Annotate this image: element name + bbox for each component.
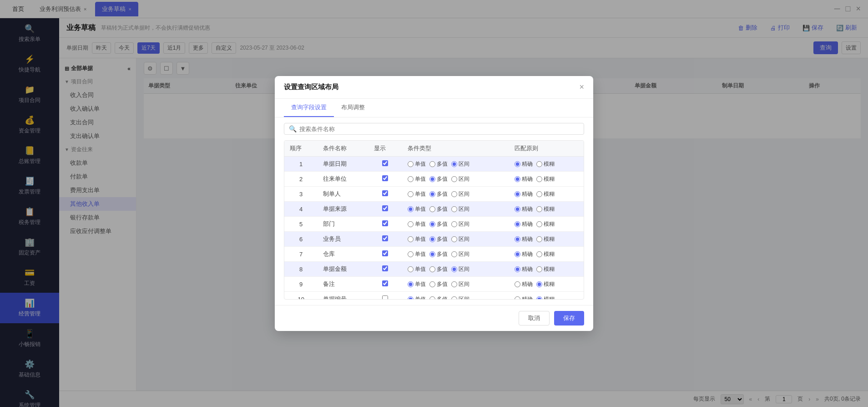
cond-type-option[interactable]: 区间 [451, 295, 469, 300]
cond-type-option[interactable]: 多值 [429, 265, 448, 273]
match-rule-option[interactable]: 模糊 [536, 205, 555, 213]
display-checkbox[interactable] [382, 295, 388, 300]
cell-name: 仓库 [318, 247, 368, 262]
match-rule-option[interactable]: 模糊 [536, 190, 555, 198]
cell-name: 部门 [318, 217, 368, 232]
modal-tabs: 查询字段设置 布局调整 [275, 99, 593, 117]
match-rule-option[interactable]: 模糊 [536, 175, 555, 183]
cond-type-option[interactable]: 多值 [429, 235, 448, 243]
match-rule-option[interactable]: 精确 [515, 235, 533, 243]
search-bar: 🔍 [284, 123, 584, 135]
cancel-button[interactable]: 取消 [519, 311, 550, 326]
match-rule-option[interactable]: 模糊 [536, 280, 555, 288]
cell-order: 2 [284, 172, 318, 187]
cond-type-option[interactable]: 单值 [408, 280, 426, 288]
search-input[interactable] [299, 126, 579, 132]
match-rule-option[interactable]: 模糊 [536, 235, 555, 243]
display-checkbox[interactable] [382, 235, 388, 241]
cond-type-option[interactable]: 多值 [429, 205, 448, 213]
cell-name: 往来单位 [318, 172, 368, 187]
cond-type-option[interactable]: 多值 [429, 295, 448, 300]
modal-tab-query[interactable]: 查询字段设置 [284, 99, 334, 117]
modal-conditions-table: 顺序 条件名称 显示 条件类型 匹配原则 1单据日期单值多值区间精确模糊2往来单… [284, 140, 584, 300]
cond-type-option[interactable]: 区间 [451, 235, 469, 243]
cond-type-option[interactable]: 多值 [429, 280, 448, 288]
match-rule-option[interactable]: 精确 [515, 190, 533, 198]
cond-type-option[interactable]: 多值 [429, 175, 448, 183]
cond-type-option[interactable]: 区间 [451, 250, 469, 258]
match-rule-option[interactable]: 模糊 [536, 265, 555, 273]
match-rule-option[interactable]: 精确 [515, 160, 533, 168]
display-checkbox[interactable] [382, 160, 388, 166]
cond-type-option[interactable]: 区间 [451, 220, 469, 228]
cell-name: 业务员 [318, 232, 368, 247]
modal-save-button[interactable]: 保存 [554, 311, 584, 326]
cell-order: 6 [284, 232, 318, 247]
cond-type-option[interactable]: 单值 [408, 235, 426, 243]
match-rule-option[interactable]: 精确 [515, 250, 533, 258]
table-row: 7仓库单值多值区间精确模糊 [284, 247, 584, 262]
display-checkbox[interactable] [382, 250, 388, 256]
match-rule-option[interactable]: 精确 [515, 295, 533, 300]
cond-type-option[interactable]: 单值 [408, 265, 426, 273]
cond-type-option[interactable]: 单值 [408, 190, 426, 198]
cell-order: 10 [284, 292, 318, 300]
cell-order: 8 [284, 262, 318, 277]
cell-order: 5 [284, 217, 318, 232]
display-checkbox[interactable] [382, 175, 388, 181]
cond-type-option[interactable]: 多值 [429, 190, 448, 198]
match-rule-option[interactable]: 精确 [515, 280, 533, 288]
display-checkbox[interactable] [382, 280, 388, 286]
cond-type-option[interactable]: 区间 [451, 160, 469, 168]
display-checkbox[interactable] [382, 205, 388, 211]
cell-name: 单据编号 [318, 292, 368, 300]
cond-type-option[interactable]: 区间 [451, 265, 469, 273]
match-rule-option[interactable]: 精确 [515, 175, 533, 183]
col-order: 顺序 [284, 141, 318, 157]
cell-order: 1 [284, 157, 318, 172]
match-rule-option[interactable]: 模糊 [536, 220, 555, 228]
cell-name: 单据日期 [318, 157, 368, 172]
table-row: 6业务员单值多值区间精确模糊 [284, 232, 584, 247]
cell-order: 3 [284, 187, 318, 202]
table-row: 9备注单值多值区间精确模糊 [284, 277, 584, 292]
table-row: 2往来单位单值多值区间精确模糊 [284, 172, 584, 187]
cond-type-option[interactable]: 多值 [429, 220, 448, 228]
table-row: 10单据编号单值多值区间精确模糊 [284, 292, 584, 300]
cond-type-option[interactable]: 单值 [408, 295, 426, 300]
table-row: 5部门单值多值区间精确模糊 [284, 217, 584, 232]
cond-type-option[interactable]: 单值 [408, 160, 426, 168]
modal-tab-layout[interactable]: 布局调整 [334, 99, 372, 117]
col-cond-type: 条件类型 [402, 141, 509, 157]
col-match-rule: 匹配原则 [509, 141, 584, 157]
modal-title: 设置查询区域布局 [284, 83, 338, 92]
match-rule-option[interactable]: 精确 [515, 265, 533, 273]
cond-type-option[interactable]: 单值 [408, 250, 426, 258]
display-checkbox[interactable] [382, 220, 388, 226]
display-checkbox[interactable] [382, 190, 388, 196]
cond-type-option[interactable]: 区间 [451, 175, 469, 183]
cell-name: 单据金额 [318, 262, 368, 277]
match-rule-option[interactable]: 模糊 [536, 295, 555, 300]
modal: 设置查询区域布局 × 查询字段设置 布局调整 🔍 顺序 条件名称 [275, 76, 593, 331]
cond-type-option[interactable]: 单值 [408, 205, 426, 213]
cell-order: 9 [284, 277, 318, 292]
cond-type-option[interactable]: 区间 [451, 280, 469, 288]
cell-name: 单据来源 [318, 202, 368, 217]
table-row: 8单据金额单值多值区间精确模糊 [284, 262, 584, 277]
col-display: 显示 [368, 141, 402, 157]
search-bar-icon: 🔍 [289, 125, 297, 132]
cond-type-option[interactable]: 单值 [408, 175, 426, 183]
match-rule-option[interactable]: 精确 [515, 205, 533, 213]
cond-type-option[interactable]: 多值 [429, 250, 448, 258]
cond-type-option[interactable]: 区间 [451, 205, 469, 213]
match-rule-option[interactable]: 模糊 [536, 160, 555, 168]
cond-type-option[interactable]: 区间 [451, 190, 469, 198]
match-rule-option[interactable]: 模糊 [536, 250, 555, 258]
cell-order: 4 [284, 202, 318, 217]
modal-close-button[interactable]: × [579, 82, 584, 92]
cond-type-option[interactable]: 多值 [429, 160, 448, 168]
cond-type-option[interactable]: 单值 [408, 220, 426, 228]
display-checkbox[interactable] [382, 265, 388, 271]
match-rule-option[interactable]: 精确 [515, 220, 533, 228]
